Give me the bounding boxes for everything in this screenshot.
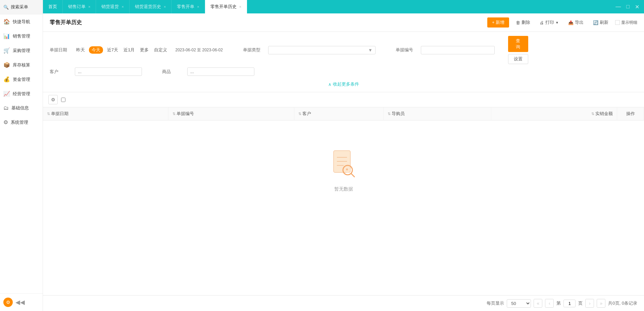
table-header-row: 单据日期 单据编号 客户 导购员 实销金额 操作 xyxy=(43,107,644,120)
tab-retail-open-history-close[interactable]: × xyxy=(239,5,241,9)
export-button[interactable]: 📤 导出 xyxy=(565,18,586,27)
svg-point-7 xyxy=(346,168,348,170)
col-customer[interactable]: 客户 xyxy=(294,107,384,120)
page-header: 零售开单历史 + 新增 🗑 删除 🖨 打印 ▼ 📤 导出 🔄 刷新 xyxy=(43,13,644,32)
delete-icon: 🗑 xyxy=(516,20,520,25)
tab-retail-open-history[interactable]: 零售开单历史 × xyxy=(205,0,247,13)
tabs-bar: 首页 销售订单 × 销货退货 × 销货退货历史 × 零售开单 × 零售开单历史 … xyxy=(43,0,644,13)
col-guide[interactable]: 导购员 xyxy=(383,107,491,120)
date-opt-last7[interactable]: 近7天 xyxy=(106,46,119,54)
empty-state: 暂无数据 xyxy=(43,120,644,219)
display-cols-checkbox[interactable] xyxy=(615,20,620,25)
collapse-up-icon: ∧ xyxy=(328,82,332,87)
prev-page-button[interactable]: ‹ xyxy=(545,299,554,308)
select-all-checkbox[interactable] xyxy=(61,98,65,102)
sidebar-item-inventory[interactable]: 📦 库存核算 xyxy=(0,58,43,72)
query-button[interactable]: 查询 xyxy=(508,36,528,52)
tab-home[interactable]: 首页 xyxy=(43,0,63,13)
date-range-display: 2023-06-02 至 2023-06-02 xyxy=(175,47,222,53)
sidebar-item-sys-mgmt[interactable]: ⚙ 系统管理 xyxy=(0,115,43,129)
last-page-icon: » xyxy=(600,301,602,306)
tab-sales-order-label: 销售订单 xyxy=(68,4,86,10)
col-no[interactable]: 单据编号 xyxy=(168,107,294,120)
tab-sales-return-history-close[interactable]: × xyxy=(164,5,166,9)
filter-section: 单据日期 昨天 今天 近7天 近1月 更多 自定义 2023-06-02 至 2… xyxy=(43,32,644,92)
tab-sales-return[interactable]: 销货退货 × xyxy=(96,0,129,13)
page-word: 页 xyxy=(578,300,583,306)
sidebar-search[interactable]: 🔍 搜索采单 xyxy=(0,0,43,14)
settings-button[interactable]: 设置 xyxy=(508,54,528,64)
goods-label: 商品 xyxy=(162,69,181,75)
table-toolbar: ⚙ xyxy=(43,92,644,107)
sidebar-item-base-info[interactable]: 🗂 基础信息 xyxy=(0,101,43,115)
sidebar-item-label: 经营管理 xyxy=(13,91,30,97)
select-all-label[interactable] xyxy=(61,98,65,102)
page-size-label: 每页显示 xyxy=(487,300,504,306)
customer-select[interactable]: ... xyxy=(75,67,142,76)
next-page-button[interactable]: › xyxy=(585,299,594,308)
date-opt-custom[interactable]: 自定义 xyxy=(153,46,168,54)
doc-type-select[interactable]: ▼ xyxy=(268,46,376,54)
sidebar-bottom: ⚙ ◀◀ xyxy=(0,293,43,311)
sidebar-item-finance[interactable]: 💰 资金管理 xyxy=(0,72,43,87)
add-button[interactable]: + 新增 xyxy=(487,17,509,28)
date-opt-more[interactable]: 更多 xyxy=(139,46,150,54)
sidebar-item-operations[interactable]: 📈 经营管理 xyxy=(0,87,43,101)
display-cols-toggle[interactable]: 显示明细 xyxy=(615,20,637,25)
sidebar-item-purchase-mgmt[interactable]: 🛒 采购管理 xyxy=(0,43,43,58)
sidebar-item-label: 销售管理 xyxy=(13,33,30,39)
page-word-prefix: 第 xyxy=(556,300,561,306)
col-date[interactable]: 单据日期 xyxy=(43,107,168,120)
tab-sales-return-history[interactable]: 销货退货历史 × xyxy=(130,0,171,13)
pagination: 每页显示 50 10 20 100 « ‹ 第 页 › » 共0页, 0条记录 xyxy=(43,295,644,311)
tab-sales-order[interactable]: 销售订单 × xyxy=(63,0,96,13)
tab-sales-order-close[interactable]: × xyxy=(88,5,90,9)
operations-icon: 📈 xyxy=(3,91,10,97)
sidebar-item-sales-mgmt[interactable]: 📊 销售管理 xyxy=(0,29,43,43)
delete-button[interactable]: 🗑 删除 xyxy=(513,18,533,27)
collapse-more-btn[interactable]: ∧ 收起更多条件 xyxy=(50,79,637,88)
sidebar: 🔍 搜索采单 🏠 快捷导航 📊 销售管理 🛒 采购管理 📦 库存核算 💰 资金管… xyxy=(0,0,43,311)
refresh-icon: 🔄 xyxy=(593,20,598,25)
base-info-icon: 🗂 xyxy=(3,105,9,111)
sidebar-collapse-button[interactable]: ◀◀ xyxy=(15,299,25,306)
tab-retail-open-close[interactable]: × xyxy=(197,5,199,9)
settings-icon: ⚙ xyxy=(6,300,10,305)
tab-sales-return-close[interactable]: × xyxy=(121,5,123,9)
first-page-icon: « xyxy=(537,301,539,306)
print-button[interactable]: 🖨 打印 ▼ xyxy=(537,18,561,27)
tab-sales-return-label: 销货退货 xyxy=(101,4,119,10)
tab-home-label: 首页 xyxy=(48,4,57,10)
col-ops: 操作 xyxy=(617,107,644,120)
date-opt-last1m[interactable]: 近1月 xyxy=(122,46,136,54)
col-amount[interactable]: 实销金额 xyxy=(491,107,617,120)
restore-icon[interactable]: □ xyxy=(625,4,631,10)
first-page-button[interactable]: « xyxy=(534,299,542,308)
date-filter-label: 单据日期 xyxy=(50,47,68,53)
empty-text: 暂无数据 xyxy=(334,186,353,192)
minimize-icon[interactable]: — xyxy=(614,4,622,10)
close-window-icon[interactable]: ✕ xyxy=(634,4,641,10)
last-page-button[interactable]: » xyxy=(597,299,605,308)
goods-select[interactable]: ... xyxy=(187,67,254,76)
page-number-input[interactable] xyxy=(563,300,576,307)
settings-avatar[interactable]: ⚙ xyxy=(3,298,13,307)
search-icon: 🔍 xyxy=(3,5,9,10)
sidebar-item-label: 资金管理 xyxy=(13,76,30,83)
tab-retail-open[interactable]: 零售开单 × xyxy=(171,0,205,13)
date-opt-yesterday[interactable]: 昨天 xyxy=(75,46,86,54)
page-size-select[interactable]: 50 10 20 100 xyxy=(507,299,531,308)
sales-mgmt-icon: 📊 xyxy=(3,33,10,39)
refresh-button[interactable]: 🔄 刷新 xyxy=(590,18,611,27)
date-opt-today[interactable]: 今天 xyxy=(89,46,103,54)
tabs-window-controls: — □ ✕ xyxy=(614,0,644,13)
doc-no-input[interactable] xyxy=(421,46,495,54)
collapse-label: 收起更多条件 xyxy=(333,81,359,87)
page-total: 共0页, 0条记录 xyxy=(608,300,637,306)
sidebar-item-label: 基础信息 xyxy=(11,105,29,111)
sidebar-item-quick-nav[interactable]: 🏠 快捷导航 xyxy=(0,14,43,29)
inventory-icon: 📦 xyxy=(3,62,10,68)
table-settings-icon[interactable]: ⚙ xyxy=(48,95,58,104)
customer-value: ... xyxy=(78,69,82,74)
header-actions: + 新增 🗑 删除 🖨 打印 ▼ 📤 导出 🔄 刷新 显示明细 xyxy=(487,17,637,28)
